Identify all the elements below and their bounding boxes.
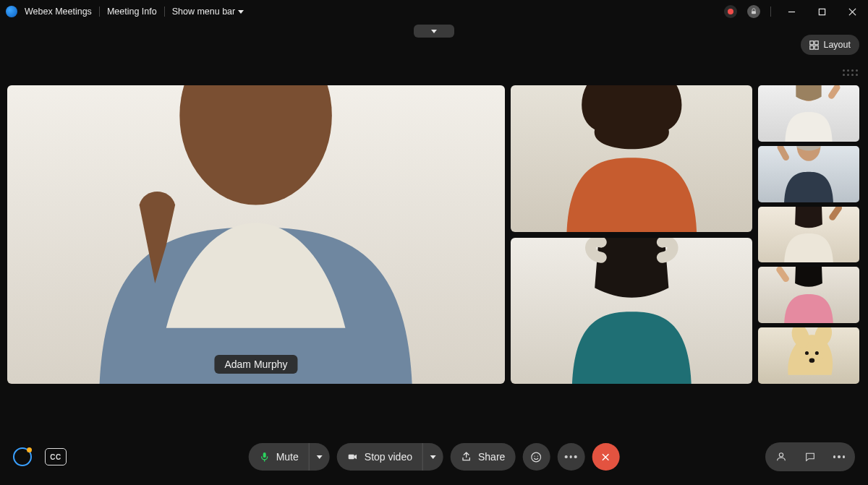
meeting-info-label: Meeting Info	[107, 7, 157, 17]
minimize-icon	[788, 8, 796, 16]
video-thumbnail[interactable]	[758, 146, 859, 202]
share-icon	[461, 451, 472, 463]
more-options-button[interactable]	[557, 443, 584, 471]
drag-handle-icon[interactable]	[843, 69, 858, 76]
window-maximize-button[interactable]	[812, 1, 832, 22]
svg-rect-0	[752, 11, 756, 14]
emoji-icon	[530, 451, 542, 463]
panels-more-button[interactable]	[826, 445, 852, 468]
participant-name: Adam Murphy	[224, 359, 287, 370]
reactions-button[interactable]	[522, 443, 550, 471]
divider	[770, 7, 771, 17]
end-call-button[interactable]	[592, 443, 619, 471]
video-tile-active-speaker[interactable]: Adam Murphy	[7, 85, 505, 384]
record-icon	[728, 9, 733, 14]
video-tile[interactable]	[511, 238, 752, 385]
svg-point-18	[799, 345, 823, 367]
participant-video	[758, 267, 859, 323]
meeting-info-button[interactable]: Meeting Info	[107, 7, 157, 17]
share-button-label: Share	[478, 451, 505, 463]
expand-toolbar-handle[interactable]	[414, 25, 454, 38]
layout-button-label: Layout	[823, 40, 851, 50]
maximize-icon	[818, 8, 826, 16]
toolbar-left: CC	[13, 447, 67, 466]
svg-point-26	[537, 455, 538, 456]
participant-video	[511, 238, 752, 385]
mute-options-button[interactable]	[309, 443, 330, 471]
divider	[164, 7, 165, 17]
chat-panel-button[interactable]	[797, 445, 823, 468]
show-menu-bar-button[interactable]: Show menu bar	[172, 7, 244, 17]
video-thumbnail[interactable]	[758, 327, 859, 384]
svg-rect-7	[810, 46, 814, 49]
participant-video	[758, 85, 859, 142]
closed-captions-button[interactable]: CC	[45, 448, 67, 465]
participant-thumbnail-list	[758, 85, 859, 384]
svg-rect-8	[815, 46, 819, 49]
stop-video-button-label: Stop video	[365, 451, 412, 463]
participants-icon	[775, 451, 787, 463]
chevron-down-icon	[238, 10, 244, 14]
assistant-button[interactable]	[13, 447, 32, 466]
participant-video	[758, 146, 859, 202]
video-thumbnail[interactable]	[758, 267, 859, 323]
svg-point-25	[534, 455, 535, 456]
svg-point-24	[532, 452, 541, 462]
toolbar-center: Mute Stop video	[249, 443, 620, 471]
svg-point-9	[180, 85, 333, 205]
lock-indicator[interactable]	[747, 5, 760, 18]
svg-rect-23	[349, 455, 354, 460]
svg-point-29	[779, 453, 783, 457]
titlebar: Webex Meetings Meeting Info Show menu ba…	[0, 0, 868, 23]
participant-video-main	[7, 85, 505, 384]
divider	[99, 7, 100, 17]
video-thumbnail[interactable]	[758, 85, 859, 142]
camera-icon	[347, 451, 359, 463]
svg-rect-22	[263, 452, 266, 458]
video-grid: Adam Murphy	[7, 85, 861, 384]
participant-video	[758, 327, 859, 384]
app-name: Webex Meetings	[25, 7, 92, 17]
participant-video	[511, 85, 752, 232]
window-close-button[interactable]	[842, 1, 862, 22]
participant-video	[758, 207, 859, 263]
window-minimize-button[interactable]	[781, 1, 801, 22]
participants-panel-button[interactable]	[768, 445, 794, 468]
recording-indicator[interactable]	[724, 5, 737, 18]
close-icon	[848, 8, 856, 16]
video-options-button[interactable]	[422, 443, 443, 471]
svg-point-20	[815, 351, 819, 355]
chevron-down-icon	[317, 455, 323, 459]
titlebar-left: Webex Meetings Meeting Info Show menu ba…	[6, 6, 244, 17]
svg-point-19	[805, 351, 809, 355]
mute-button-label: Mute	[276, 451, 299, 463]
microphone-icon	[259, 451, 271, 463]
close-icon	[600, 451, 612, 463]
more-icon	[565, 455, 577, 458]
bottom-toolbar: CC Mute Stop video	[0, 429, 868, 485]
svg-rect-5	[810, 40, 814, 44]
mute-button[interactable]: Mute	[249, 443, 330, 471]
participant-name-tag: Adam Murphy	[214, 355, 297, 374]
chevron-down-icon	[430, 455, 436, 459]
chat-icon	[804, 451, 816, 463]
share-button[interactable]: Share	[451, 443, 515, 471]
titlebar-right	[724, 1, 862, 22]
layout-grid-icon	[809, 40, 819, 50]
svg-rect-6	[815, 40, 819, 44]
layout-button[interactable]: Layout	[801, 35, 859, 55]
video-thumbnail[interactable]	[758, 207, 859, 263]
toolbar-right	[765, 442, 855, 471]
svg-rect-2	[819, 9, 825, 14]
svg-point-21	[809, 358, 815, 362]
cc-label: CC	[50, 453, 61, 461]
chevron-down-icon	[431, 30, 437, 33]
show-menu-bar-label: Show menu bar	[172, 7, 236, 17]
stop-video-button[interactable]: Stop video	[337, 443, 443, 471]
lock-icon	[750, 8, 757, 15]
more-icon	[833, 455, 846, 458]
video-tile[interactable]	[511, 85, 752, 232]
webex-logo-icon	[6, 6, 17, 17]
